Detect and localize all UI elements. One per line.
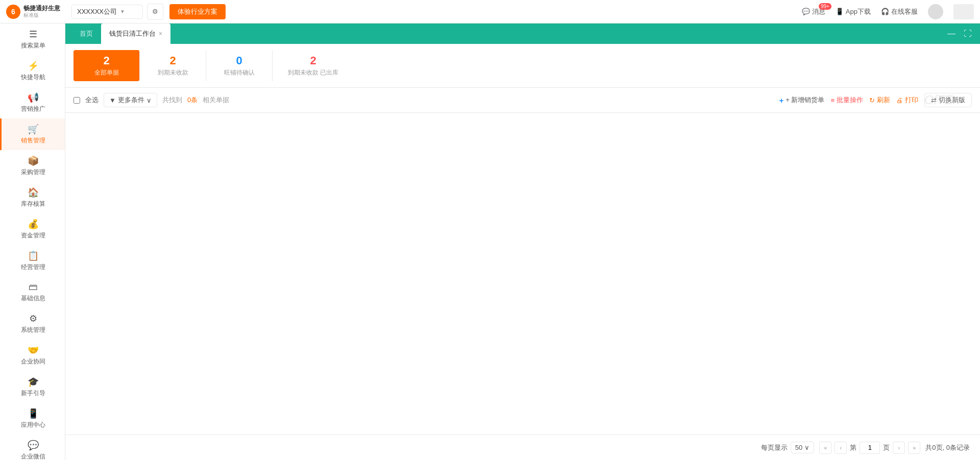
sidebar-item-6[interactable]: 💰资金管理 [0,213,65,245]
switch-version-button[interactable]: ⇄ 切换新版 [924,93,972,107]
sidebar-item-5[interactable]: 🏠库存核算 [0,182,65,213]
tab-maximize-icon[interactable]: ⛶ [962,27,974,40]
company-name: XXXXXX公司 [77,7,117,16]
sidebar: ☰搜索菜单⚡快捷导航📢营销推广🛒销售管理📦采购管理🏠库存核算💰资金管理📋经营管理… [0,23,65,460]
sidebar-item-10[interactable]: 🤝企业协同 [0,340,65,371]
right-panel: 首页 钱货日清工作台 × — ⛶ 2全部单据2到期未收款0旺铺待确认2到期未收款… [65,23,980,460]
sidebar-icon-2: 📢 [28,92,39,103]
sidebar-icon-1: ⚡ [28,60,39,71]
top-header: 6 畅捷通好生意 标准版 XXXXXX公司 ▼ ⚙ 体验行业方案 💬 消息 99… [0,0,980,23]
messages-item[interactable]: 💬 消息 99+ [802,7,825,16]
stat-number-0: 2 [103,54,109,67]
stat-label-3: 到期未收款 已出库 [288,68,338,77]
tab-close-icon[interactable]: × [159,30,162,37]
batch-button[interactable]: ≡ 批量操作 [830,95,863,105]
sidebar-label-0: 搜索菜单 [21,41,45,50]
sidebar-item-2[interactable]: 📢营销推广 [0,87,65,118]
user-name-area[interactable] [953,4,974,19]
sidebar-item-7[interactable]: 📋经营管理 [0,245,65,277]
page-input[interactable] [860,442,880,454]
toolbar: 全选 ▼ 更多条件 ∨ 共找到 0条 相关单据 + + 新增销货单 [65,88,980,113]
stat-card-1[interactable]: 2到期未收款 [140,50,206,81]
add-icon: + [779,96,783,105]
sidebar-label-10: 企业协同 [21,357,45,366]
next-page-button[interactable]: › [893,442,905,454]
sidebar-item-13[interactable]: 💬企业微信 [0,434,65,460]
sidebar-label-1: 快捷导航 [21,73,45,82]
stat-card-2[interactable]: 0旺铺待确认 [206,50,273,81]
print-label: 打印 [905,95,918,105]
tab-main[interactable]: 钱货日清工作台 × [101,23,170,44]
sidebar-label-5: 库存核算 [21,200,45,208]
sidebar-icon-5: 🏠 [28,187,39,198]
tab-home[interactable]: 首页 [71,23,101,44]
first-page-button[interactable]: « [819,442,831,454]
sidebar-item-8[interactable]: 🗃基础信息 [0,277,65,308]
stats-row: 2全部单据2到期未收款0旺铺待确认2到期未收款 已出库 [65,44,980,88]
found-suffix: 相关单据 [203,95,229,105]
online-service-item[interactable]: 🎧 在线客服 [881,7,918,16]
sidebar-item-11[interactable]: 🎓新手引导 [0,371,65,403]
online-service-label: 在线客服 [891,7,918,16]
switch-label: 切换新版 [939,95,965,105]
select-all-checkbox[interactable] [74,97,80,104]
tab-main-label: 钱货日清工作台 [109,29,156,38]
layout: ☰搜索菜单⚡快捷导航📢营销推广🛒销售管理📦采购管理🏠库存核算💰资金管理📋经营管理… [0,23,980,460]
logo-icon: 6 [6,5,20,19]
sidebar-item-0[interactable]: ☰搜索菜单 [0,23,65,55]
per-page-value: 50 [795,444,802,451]
add-button[interactable]: + + 新增销货单 [779,95,824,105]
tab-minimize-icon[interactable]: — [945,27,958,40]
experience-button[interactable]: 体验行业方案 [169,4,226,19]
sidebar-label-2: 营销推广 [21,105,45,113]
tab-home-label: 首页 [80,29,93,38]
logo-main: 畅捷通好生意 [23,5,60,12]
sidebar-item-3[interactable]: 🛒销售管理 [0,118,65,150]
stat-label-2: 旺铺待确认 [224,68,255,77]
settings-button[interactable]: ⚙ [147,4,163,20]
prev-page-button[interactable]: ‹ [835,442,847,454]
refresh-button[interactable]: ↻ 刷新 [869,95,890,105]
add-label: + 新增销货单 [786,95,824,105]
page-size-box[interactable]: 50 ∨ [791,442,814,453]
sidebar-item-9[interactable]: ⚙系统管理 [0,308,65,340]
sidebar-label-8: 基础信息 [21,294,45,303]
filter-label: 更多条件 [118,95,144,105]
sidebar-icon-9: ⚙ [29,313,37,324]
batch-icon: ≡ [830,96,835,104]
print-button[interactable]: 🖨 打印 [896,95,918,105]
filter-arrow-icon: ∨ [146,96,152,104]
app-download-item[interactable]: 📱 App下载 [836,7,871,16]
stat-number-2: 0 [236,54,242,67]
message-icon: 💬 [802,8,810,15]
select-all-label: 全选 [85,95,99,105]
per-page-label: 每页显示 [761,443,788,452]
stat-label-0: 全部单据 [94,68,119,77]
stat-card-3[interactable]: 2到期未收款 已出库 [273,50,354,81]
company-selector[interactable]: XXXXXX公司 ▼ [71,5,143,19]
avatar[interactable] [928,4,943,19]
stat-label-1: 到期未收款 [158,68,188,77]
sidebar-label-13: 企业微信 [21,452,45,460]
last-page-button[interactable]: » [908,442,920,454]
page-size-select: 每页显示 50 ∨ [761,442,814,453]
tab-bar-right: — ⛶ [945,27,974,40]
sidebar-icon-13: 💬 [28,440,39,451]
page-suffix: 页 [883,443,890,452]
sidebar-item-12[interactable]: 📱应用中心 [0,403,65,434]
header-right: 💬 消息 99+ 📱 App下载 🎧 在线客服 [802,4,974,19]
sidebar-icon-12: 📱 [28,408,39,419]
sidebar-item-1[interactable]: ⚡快捷导航 [0,55,65,87]
sidebar-label-6: 资金管理 [21,231,45,240]
tab-bar: 首页 钱货日清工作台 × — ⛶ [65,23,980,44]
sidebar-icon-7: 📋 [28,250,39,261]
stat-card-0[interactable]: 2全部单据 [74,50,140,81]
found-prefix: 共找到 [162,95,182,105]
sidebar-item-4[interactable]: 📦采购管理 [0,150,65,182]
filter-button[interactable]: ▼ 更多条件 ∨ [104,93,157,107]
phone-icon: 📱 [836,8,844,15]
gear-icon: ⚙ [152,8,158,15]
sidebar-label-9: 系统管理 [21,326,45,334]
stat-number-1: 2 [169,54,176,67]
toolbar-left: 全选 ▼ 更多条件 ∨ 共找到 0条 相关单据 [74,93,773,107]
